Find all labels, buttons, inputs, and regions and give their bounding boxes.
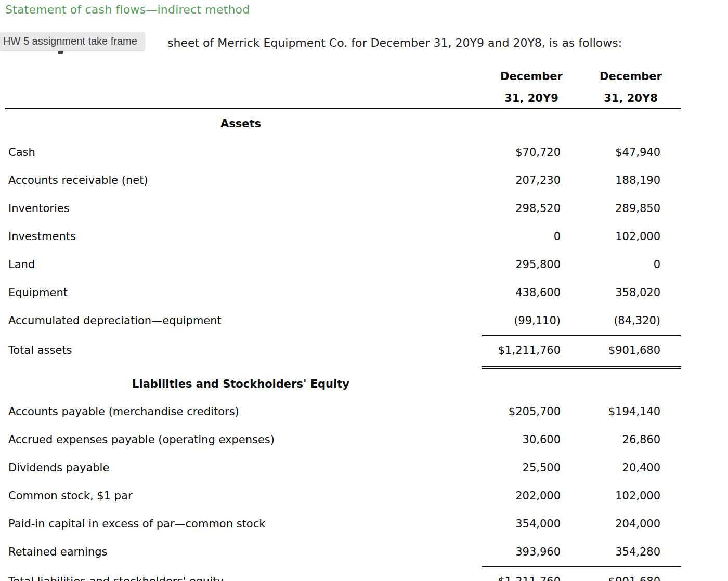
row-value-20y9: 25,500	[482, 461, 561, 474]
row-value-20y9: 295,800	[482, 258, 561, 271]
column-header-line: 31, 20Y9	[487, 87, 576, 109]
row-label: Land	[0, 258, 482, 271]
section-heading-label: Liabilities and Stockholders' Equity	[0, 378, 482, 390]
row-value-20y8: 102,000	[561, 230, 681, 243]
grand-total-double-rule	[482, 366, 681, 369]
table-row: Accrued expenses payable (operating expe…	[0, 426, 686, 454]
row-value-20y9: (99,110)	[482, 314, 561, 327]
row-value-20y9: 438,600	[482, 286, 561, 299]
table-row: Cash $70,720 $47,940	[0, 138, 686, 166]
table-row: Investments 0 102,000	[0, 222, 686, 250]
column-header-20y8: December 31, 20Y8	[587, 65, 675, 109]
row-value-20y8: 358,020	[561, 286, 681, 299]
section-heading-liabilities: Liabilities and Stockholders' Equity	[0, 371, 686, 398]
table-row: Accounts payable (merchandise creditors)…	[0, 398, 686, 426]
row-label: Investments	[0, 230, 482, 243]
row-label: Accounts payable (merchandise creditors)	[0, 405, 482, 418]
row-value-20y9: $1,211,760	[482, 575, 561, 581]
row-value-20y8: 20,400	[561, 461, 681, 474]
column-header-line: December	[587, 65, 675, 87]
table-row: Retained earnings 393,960 354,280	[0, 538, 686, 566]
column-header-line: December	[487, 65, 576, 87]
row-value-20y8: 289,850	[561, 202, 681, 215]
column-header-line: 31, 20Y8	[587, 87, 675, 109]
row-label: Dividends payable	[0, 461, 482, 474]
row-label: Common stock, $1 par	[0, 490, 482, 502]
table-row: Accumulated depreciation—equipment (99,1…	[0, 307, 686, 335]
intro-text: sheet of Merrick Equipment Co. for Decem…	[167, 36, 622, 49]
row-value-20y8: 0	[561, 258, 681, 271]
row-value-20y9: 354,000	[482, 518, 561, 530]
row-value-20y9: $1,211,760	[482, 344, 561, 356]
hover-tooltip: HW 5 assignment take frame	[0, 32, 145, 50]
row-value-20y9: 393,960	[482, 546, 561, 558]
row-value-20y8: 26,860	[561, 433, 681, 446]
row-label: Accumulated depreciation—equipment	[0, 314, 482, 327]
table-row: Land 295,800 0	[0, 250, 686, 279]
row-label: Cash	[0, 146, 482, 159]
row-value-20y8: 354,280	[561, 546, 681, 558]
row-label: Retained earnings	[0, 546, 482, 558]
total-assets-row: Total assets $1,211,760 $901,680	[0, 336, 686, 365]
row-label: Equipment	[0, 286, 482, 299]
table-row: Equipment 438,600 358,020	[0, 279, 686, 307]
table-row: Common stock, $1 par 202,000 102,000	[0, 482, 686, 510]
table-row: Accounts receivable (net) 207,230 188,19…	[0, 166, 686, 194]
table-column-headers: December 31, 20Y9 December 31, 20Y8	[0, 63, 686, 108]
row-value-20y9: 298,520	[482, 202, 561, 215]
table-row: Dividends payable 25,500 20,400	[0, 454, 686, 482]
row-value-20y8: 188,190	[561, 174, 681, 187]
row-value-20y9: 30,600	[482, 433, 561, 446]
row-value-20y8: 102,000	[561, 490, 681, 502]
row-label: Inventories	[0, 202, 482, 215]
section-heading-label: Assets	[0, 117, 482, 130]
row-label: Total assets	[0, 344, 482, 356]
row-value-20y9: $70,720	[482, 146, 561, 159]
row-label: Accrued expenses payable (operating expe…	[0, 433, 482, 446]
row-value-20y8: $901,680	[561, 344, 681, 356]
section-heading-assets: Assets	[0, 109, 686, 138]
row-value-20y9: 207,230	[482, 174, 561, 187]
row-value-20y8: $47,940	[561, 146, 681, 159]
row-value-20y8: $901,680	[561, 575, 681, 581]
row-value-20y8: 204,000	[561, 518, 681, 530]
row-label: Total liabilities and stockholders' equi…	[0, 575, 482, 581]
obscured-text-fragment	[58, 51, 63, 54]
row-value-20y8: (84,320)	[561, 314, 681, 327]
page-title: Statement of cash flows—indirect method	[5, 3, 250, 16]
total-liabilities-row: Total liabilities and stockholders' equi…	[0, 567, 686, 581]
row-value-20y9: 202,000	[482, 490, 561, 502]
balance-sheet-table: December 31, 20Y9 December 31, 20Y8 Asse…	[0, 63, 686, 581]
row-label: Paid-in capital in excess of par—common …	[0, 518, 482, 530]
row-value-20y9: 0	[482, 230, 561, 243]
table-row: Paid-in capital in excess of par—common …	[0, 510, 686, 538]
row-value-20y9: $205,700	[482, 405, 561, 418]
row-value-20y8: $194,140	[561, 405, 681, 418]
table-row: Inventories 298,520 289,850	[0, 194, 686, 222]
column-header-20y9: December 31, 20Y9	[487, 65, 576, 109]
row-label: Accounts receivable (net)	[0, 174, 482, 187]
